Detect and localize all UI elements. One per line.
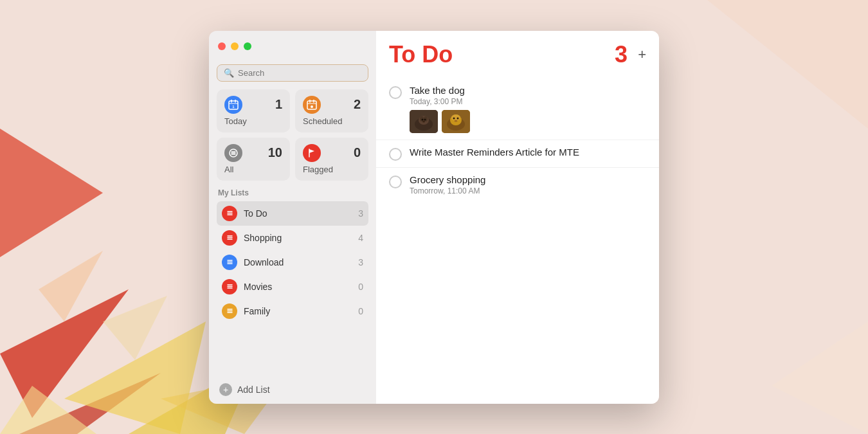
main-header: To Do 3 + bbox=[376, 31, 659, 73]
list-name-shopping: Shopping bbox=[244, 233, 352, 243]
svg-marker-0 bbox=[0, 129, 103, 257]
svg-point-45 bbox=[422, 118, 424, 120]
smart-lists: 1 1 Today bbox=[209, 89, 376, 188]
list-name-download: Download bbox=[244, 257, 352, 267]
svg-point-53 bbox=[457, 117, 459, 119]
main-title: To Do bbox=[389, 41, 453, 68]
svg-marker-1 bbox=[0, 289, 129, 418]
main-count: 3 bbox=[615, 41, 628, 68]
search-bar[interactable]: 🔍 bbox=[217, 64, 368, 82]
list-icon-movies bbox=[222, 279, 237, 294]
task-title-1: Take the dog bbox=[410, 85, 646, 96]
list-icon-todo bbox=[222, 206, 237, 221]
scheduled-label: Scheduled bbox=[303, 116, 361, 126]
list-item-todo[interactable]: To Do 3 bbox=[217, 201, 368, 226]
svg-marker-9 bbox=[39, 251, 103, 321]
task-item: Write Master Reminders Article for MTE bbox=[376, 140, 659, 168]
add-list-icon: + bbox=[219, 383, 232, 396]
today-count: 1 bbox=[275, 97, 282, 112]
search-icon: 🔍 bbox=[224, 68, 234, 78]
search-input[interactable] bbox=[238, 68, 361, 78]
list-count-movies: 0 bbox=[358, 282, 363, 292]
close-button[interactable] bbox=[218, 42, 226, 50]
maximize-button[interactable] bbox=[244, 42, 251, 50]
add-list-label: Add List bbox=[237, 384, 270, 395]
tasks-list: Take the dog Today, 3:00 PM bbox=[376, 73, 659, 404]
task-body-2: Write Master Reminders Article for MTE bbox=[410, 147, 646, 159]
task-thumbnail-1 bbox=[410, 110, 438, 133]
flagged-count: 0 bbox=[354, 145, 361, 160]
minimize-button[interactable] bbox=[231, 42, 239, 50]
svg-point-54 bbox=[455, 120, 458, 122]
task-checkbox-2[interactable] bbox=[389, 148, 402, 161]
smart-card-today[interactable]: 1 1 Today bbox=[217, 89, 290, 132]
app-window: 🔍 1 1 bbox=[209, 31, 659, 404]
task-item: Grocery shopping Tomorrow, 11:00 AM bbox=[376, 168, 659, 206]
flagged-icon bbox=[303, 144, 321, 162]
svg-point-42 bbox=[419, 116, 429, 125]
list-count-shopping: 4 bbox=[358, 233, 363, 243]
smart-card-scheduled[interactable]: 2 Scheduled bbox=[295, 89, 368, 132]
smart-card-all[interactable]: 10 All bbox=[217, 138, 290, 181]
scheduled-count: 2 bbox=[354, 97, 361, 112]
today-icon: 1 bbox=[224, 96, 242, 114]
list-item-download[interactable]: Download 3 bbox=[217, 250, 368, 275]
task-body-1: Take the dog Today, 3:00 PM bbox=[410, 85, 646, 133]
list-count-family: 0 bbox=[358, 306, 363, 316]
scheduled-icon bbox=[303, 96, 321, 114]
all-label: All bbox=[224, 165, 282, 174]
task-item: Take the dog Today, 3:00 PM bbox=[376, 78, 659, 140]
svg-marker-7 bbox=[707, 0, 868, 129]
list-item-shopping[interactable]: Shopping 4 bbox=[217, 226, 368, 250]
my-lists-title: My Lists bbox=[217, 188, 368, 197]
list-name-movies: Movies bbox=[244, 282, 352, 292]
list-count-todo: 3 bbox=[358, 208, 363, 219]
list-item-family[interactable]: Family 0 bbox=[217, 299, 368, 323]
task-checkbox-3[interactable] bbox=[389, 176, 402, 188]
task-title-3: Grocery shopping bbox=[410, 174, 646, 185]
svg-point-20 bbox=[311, 105, 313, 108]
main-content: To Do 3 + Take the dog Today, 3:00 PM bbox=[376, 31, 659, 404]
svg-rect-16 bbox=[307, 101, 316, 109]
titlebar bbox=[209, 31, 376, 62]
svg-marker-8 bbox=[772, 321, 868, 434]
task-subtitle-3: Tomorrow, 11:00 AM bbox=[410, 186, 646, 195]
sidebar: 🔍 1 1 bbox=[209, 31, 376, 404]
list-name-family: Family bbox=[244, 306, 352, 316]
task-images-1 bbox=[410, 110, 646, 133]
list-icon-family bbox=[222, 303, 237, 319]
task-checkbox-1[interactable] bbox=[389, 86, 402, 99]
task-subtitle-1: Today, 3:00 PM bbox=[410, 97, 646, 106]
svg-point-52 bbox=[453, 117, 455, 119]
task-thumbnail-2 bbox=[442, 110, 470, 133]
list-item-movies[interactable]: Movies 0 bbox=[217, 275, 368, 299]
today-label: Today bbox=[224, 116, 282, 126]
add-task-button[interactable]: + bbox=[638, 48, 646, 62]
all-count: 10 bbox=[268, 145, 282, 160]
add-list-button[interactable]: + Add List bbox=[209, 375, 376, 404]
svg-marker-2 bbox=[19, 373, 161, 434]
list-icon-shopping bbox=[222, 230, 237, 246]
svg-text:1: 1 bbox=[232, 105, 235, 109]
svg-marker-3 bbox=[64, 321, 206, 434]
svg-point-47 bbox=[422, 120, 425, 122]
task-title-2: Write Master Reminders Article for MTE bbox=[410, 147, 646, 158]
flagged-label: Flagged bbox=[303, 165, 361, 174]
svg-marker-5 bbox=[0, 386, 96, 434]
svg-marker-10 bbox=[103, 296, 167, 360]
task-body-3: Grocery shopping Tomorrow, 11:00 AM bbox=[410, 174, 646, 199]
list-count-download: 3 bbox=[358, 257, 363, 267]
my-lists-section: My Lists To Do 3 bbox=[209, 188, 376, 375]
list-name-todo: To Do bbox=[244, 208, 352, 219]
list-icon-download bbox=[222, 255, 237, 270]
all-icon bbox=[224, 144, 242, 162]
svg-point-46 bbox=[424, 118, 426, 120]
smart-card-flagged[interactable]: 0 Flagged bbox=[295, 138, 368, 181]
